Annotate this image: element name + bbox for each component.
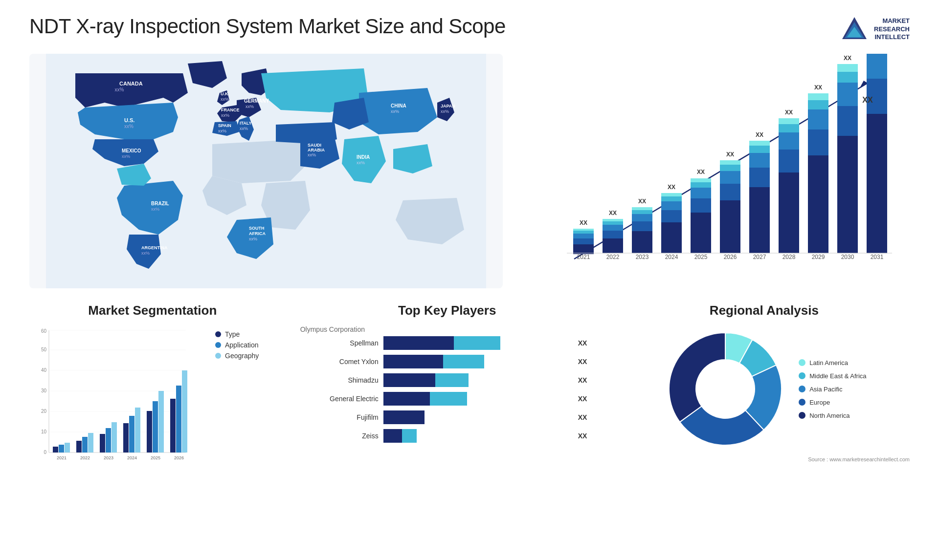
svg-text:2022: 2022 [80, 455, 90, 460]
uk-value: xx% [221, 97, 229, 102]
legend-item: Europe [799, 399, 866, 406]
bar-2022-la [603, 219, 623, 221]
legend-item: North America [799, 412, 866, 419]
svg-rect-36 [147, 411, 152, 452]
svg-text:60: 60 [41, 328, 47, 334]
bar-2030-na [837, 136, 858, 253]
val-2029: XX [814, 84, 822, 91]
bar-2025-la [691, 178, 711, 182]
bar-2023-na [632, 231, 652, 253]
svg-text:20: 20 [41, 409, 47, 414]
legend-dot [799, 412, 805, 419]
seg-legend-geography: Geography [215, 352, 259, 360]
svg-rect-22 [65, 443, 70, 452]
player-value: XX [578, 395, 587, 403]
player-bar-light [454, 336, 500, 350]
bar-2027-na [749, 187, 770, 253]
france-label: FRANCE [221, 108, 240, 112]
player-bar-light [402, 429, 417, 443]
year-2028: 2028 [782, 254, 796, 260]
bar-2024-ap [661, 201, 682, 210]
bar-2029-ap [808, 109, 828, 129]
bar-2026-ap [720, 171, 740, 184]
player-bar-light [430, 392, 467, 406]
china-value: xx% [391, 109, 399, 114]
logo-text: MARKET RESEARCH INTELLECT [874, 17, 910, 42]
player-bar-container [383, 336, 569, 350]
seg-legend: Type Application Geography [205, 330, 259, 360]
year-2030: 2030 [841, 254, 854, 260]
svg-text:30: 30 [41, 388, 47, 393]
seg-legend-application: Application [215, 341, 259, 349]
players-title: Top Key Players [291, 303, 604, 318]
bar-2022-me [603, 221, 623, 225]
val-2023: XX [638, 198, 646, 205]
spain-value: xx% [218, 129, 226, 133]
spain-label: SPAIN [218, 123, 231, 128]
bar-2027-me [749, 146, 770, 153]
svg-rect-20 [53, 447, 58, 452]
us-label: U.S. [124, 117, 134, 123]
bar-2029-me [808, 100, 828, 109]
germany-value: xx% [246, 104, 254, 109]
bar-2022-ap [603, 225, 623, 231]
svg-rect-32 [123, 423, 129, 452]
us-value: xx% [124, 124, 134, 129]
bar-2026-me [720, 165, 740, 171]
val-2028: XX [785, 109, 793, 116]
regional-section: Regional Analysis Latin America Middle E… [619, 303, 910, 508]
bar-2021-me [573, 231, 594, 234]
player-bar-dark [383, 392, 430, 406]
player-value: XX [578, 358, 587, 366]
type-label: Type [225, 330, 240, 338]
sa-value: xx% [249, 237, 257, 241]
legend-item: Latin America [799, 359, 866, 366]
bar-2021-la [573, 229, 594, 231]
geography-dot [215, 353, 221, 359]
italy-value: xx% [240, 126, 248, 131]
val-2022: XX [609, 210, 617, 216]
regional-legend: Latin America Middle East & Africa Asia … [799, 359, 866, 419]
bar-2023-me [632, 210, 652, 214]
player-row: Spellman XX [300, 336, 594, 350]
bar-2022-eu [603, 231, 623, 238]
bar-2024-la [661, 193, 682, 196]
olympus-header: Olympus Corporation [300, 325, 594, 333]
bar-2027-eu [749, 168, 770, 187]
seg-legend-type: Type [215, 330, 259, 338]
bar-2030-me [837, 72, 858, 83]
argentina-label: ARGENTINA [141, 245, 168, 250]
svg-rect-26 [88, 433, 93, 452]
bar-2025-eu [691, 198, 711, 213]
bar-2026-eu [720, 184, 740, 200]
bar-2031-na [867, 114, 887, 253]
map-section: CANADA xx% U.S. xx% MEXICO xx% BRAZIL xx… [29, 54, 503, 288]
player-value: XX [578, 432, 587, 440]
bar-2030-eu [837, 106, 858, 136]
legend-label: Asia Pacific [809, 386, 842, 393]
key-players-section: Top Key Players Olympus Corporation Spel… [291, 303, 604, 508]
bar-2026-na [720, 200, 740, 253]
player-bar-dark [383, 336, 454, 350]
player-name: Comet Yxlon [300, 358, 379, 366]
bar-2025-me [691, 182, 711, 188]
player-bar-light [443, 355, 484, 368]
player-bar-light [435, 373, 469, 387]
north-africa-region [212, 139, 305, 183]
bottom-section: Market Segmentation 0 10 20 [29, 303, 910, 508]
svg-text:2021: 2021 [57, 455, 67, 460]
player-value: XX [578, 339, 587, 347]
player-name: Fujifilm [300, 413, 379, 421]
player-name: Spellman [300, 339, 379, 347]
saudi-label2: ARABIA [308, 148, 325, 152]
bar-2022-na [603, 238, 623, 253]
val-2025: XX [697, 169, 705, 175]
svg-rect-29 [106, 428, 111, 452]
world-map-svg: CANADA xx% U.S. xx% MEXICO xx% BRAZIL xx… [29, 54, 503, 288]
player-row: Zeiss XX [300, 429, 594, 443]
bar-2024-na [661, 222, 682, 253]
saudi-label: SAUDI [308, 143, 321, 148]
sa-label2: AFRICA [249, 231, 266, 236]
year-2023: 2023 [636, 254, 649, 260]
legend-dot [799, 399, 805, 406]
